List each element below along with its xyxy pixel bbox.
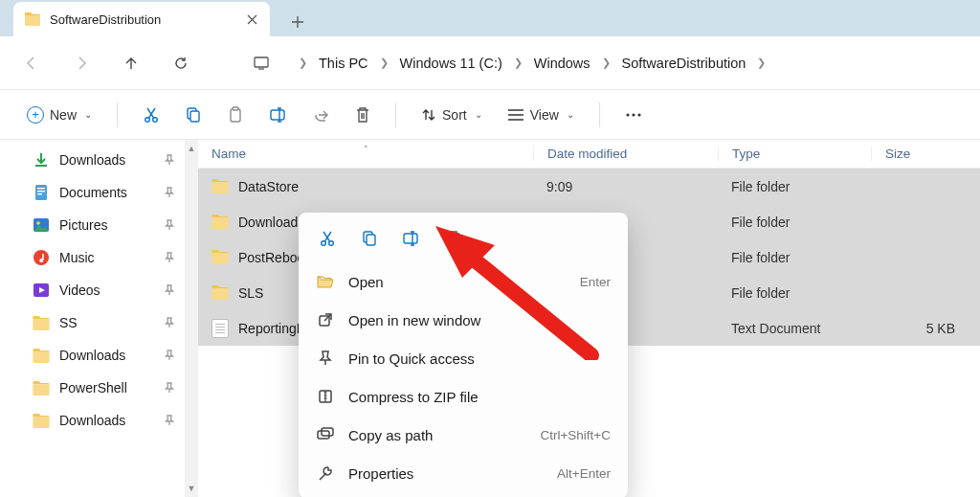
sidebar-item-label: Downloads (59, 152, 125, 168)
back-button[interactable] (19, 51, 44, 76)
refresh-button[interactable] (168, 51, 193, 76)
file-type: File folder (718, 215, 871, 230)
sidebar-item[interactable]: Downloads (0, 339, 185, 372)
more-button[interactable] (615, 99, 652, 131)
ctx-item-label: Compress to ZIP file (348, 389, 597, 405)
pin-icon (164, 219, 175, 231)
pictures-icon (33, 216, 50, 234)
folder-icon (212, 215, 229, 229)
svg-point-1 (145, 117, 150, 122)
separator (599, 102, 600, 127)
table-row[interactable]: DataStore9:09File folder (198, 169, 980, 204)
pin-icon (164, 252, 175, 263)
chevron-right-icon: ❯ (380, 56, 389, 69)
folder-icon (33, 412, 50, 429)
rename-button[interactable] (259, 99, 298, 131)
breadcrumb: ❯ This PC ❯ Windows 11 (C:) ❯ Windows ❯ … (299, 52, 766, 75)
sidebar-item[interactable]: PowerShell (0, 372, 185, 404)
svg-rect-13 (37, 191, 45, 192)
folder-icon (212, 179, 229, 193)
breadcrumb-item[interactable]: Windows 11 (C:) (398, 52, 504, 75)
svg-point-17 (33, 250, 49, 265)
share-button[interactable] (303, 99, 340, 131)
sidebar-scrollbar[interactable]: ▲ ▼ (185, 140, 198, 497)
forward-button[interactable] (69, 51, 94, 76)
ctx-item-label: Open in new window (348, 312, 597, 328)
file-name: SLS (238, 285, 263, 301)
new-tab-button[interactable] (283, 8, 312, 36)
svg-point-10 (637, 113, 640, 116)
folder-open-icon (316, 272, 335, 291)
external-icon (316, 310, 335, 329)
ctx-delete-button[interactable] (434, 220, 473, 257)
ctx-rename-button[interactable] (392, 220, 431, 257)
view-button[interactable]: View ⌄ (498, 99, 584, 131)
sidebar-item[interactable]: Pictures (0, 209, 185, 241)
chevron-down-icon: ⌄ (567, 109, 574, 120)
scroll-up-icon[interactable]: ▲ (188, 140, 196, 157)
sort-asc-icon: ˄ (364, 145, 368, 154)
file-size: 5 KB (871, 321, 980, 336)
breadcrumb-item[interactable]: This PC (317, 52, 370, 75)
column-type[interactable]: Type (718, 147, 871, 161)
ctx-item-label: Properties (348, 465, 544, 482)
chevron-down-icon: ⌄ (84, 109, 92, 120)
column-headers: ˄Name Date modified Type Size (198, 140, 980, 169)
svg-point-22 (329, 241, 334, 246)
ctx-cut-button[interactable] (308, 220, 346, 257)
folder-icon (33, 379, 50, 396)
file-type: Text Document (718, 321, 871, 336)
ctx-item-pin-to-quick-access[interactable]: Pin to Quick access (304, 339, 622, 377)
pin-icon (164, 187, 175, 198)
up-button[interactable] (119, 51, 144, 76)
column-size[interactable]: Size (871, 147, 980, 161)
sidebar-item[interactable]: Documents (0, 176, 185, 209)
scroll-down-icon[interactable]: ▼ (188, 480, 196, 497)
file-name: Download (238, 215, 298, 230)
breadcrumb-item[interactable]: SoftwareDistribution (620, 52, 748, 75)
delete-button[interactable] (345, 99, 380, 131)
column-date[interactable]: Date modified (533, 147, 718, 161)
sidebar-item-label: Pictures (59, 217, 108, 233)
ctx-item-open[interactable]: OpenEnter (304, 262, 622, 301)
location-icon[interactable] (249, 51, 274, 76)
tab-active[interactable]: SoftwareDistribution (13, 2, 270, 36)
sidebar-item[interactable]: Music (0, 241, 185, 274)
sidebar-item[interactable]: Videos (0, 274, 185, 306)
wrench-icon (316, 463, 335, 483)
svg-rect-12 (37, 188, 45, 189)
sidebar-item[interactable]: Downloads (0, 144, 185, 176)
ctx-item-properties[interactable]: PropertiesAlt+Enter (304, 454, 622, 492)
ctx-item-copy-as-path[interactable]: Copy as pathCtrl+Shift+C (304, 416, 622, 454)
column-name[interactable]: ˄Name (198, 147, 533, 161)
file-name: ReportingE (238, 321, 305, 336)
ctx-item-label: Open (348, 274, 567, 290)
pin-icon (164, 415, 175, 426)
titlebar: SoftwareDistribution (0, 0, 980, 36)
ctx-item-label: Copy as path (348, 427, 526, 443)
file-type: File folder (718, 250, 871, 265)
new-button[interactable]: + New ⌄ (17, 99, 101, 131)
copy-button[interactable] (175, 99, 212, 131)
paste-button[interactable] (217, 99, 254, 131)
svg-point-2 (153, 117, 158, 122)
chevron-right-icon: ❯ (757, 56, 766, 69)
pin-icon (164, 317, 175, 328)
cut-button[interactable] (133, 99, 169, 131)
svg-rect-25 (404, 234, 417, 243)
sidebar-item[interactable]: SS (0, 306, 185, 339)
svg-rect-29 (322, 428, 333, 436)
ctx-item-compress-to-zip-file[interactable]: Compress to ZIP file (304, 377, 622, 416)
sidebar-item[interactable]: Downloads (0, 404, 185, 437)
chevron-down-icon: ⌄ (475, 109, 482, 120)
music-icon (33, 249, 50, 266)
ctx-item-open-in-new-window[interactable]: Open in new window (304, 301, 622, 339)
folder-icon (33, 314, 50, 331)
ctx-item-shortcut: Alt+Enter (557, 466, 611, 481)
breadcrumb-item[interactable]: Windows (532, 52, 592, 75)
file-type: File folder (718, 285, 871, 301)
ctx-item-shortcut: Enter (580, 275, 611, 289)
close-icon[interactable] (245, 12, 258, 26)
ctx-copy-button[interactable] (350, 220, 389, 257)
sort-button[interactable]: Sort ⌄ (412, 99, 492, 131)
